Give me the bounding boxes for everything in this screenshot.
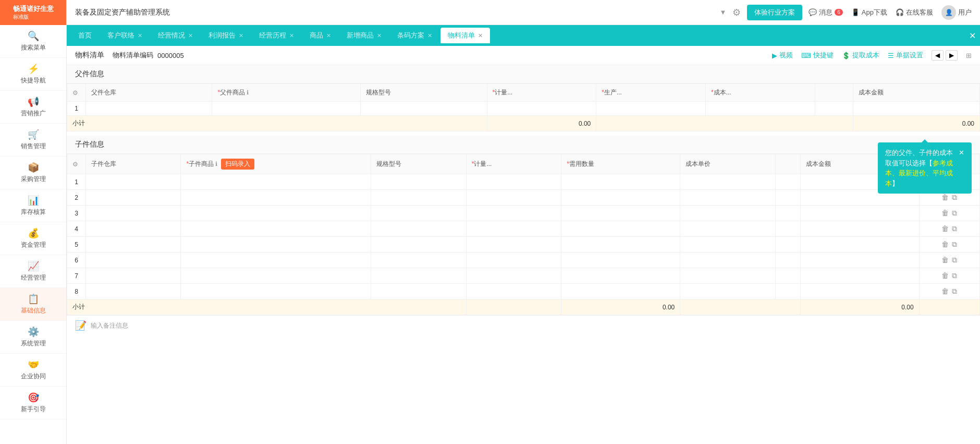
child-spec-6[interactable] [371, 253, 466, 268]
nav-tab-close-7[interactable]: ✕ [427, 32, 432, 39]
parent-warehouse-1[interactable] [86, 102, 212, 116]
child-price-4[interactable] [680, 221, 775, 237]
child-product-5[interactable] [181, 237, 371, 253]
user-avatar-btn[interactable]: 👤 用户 [941, 5, 972, 20]
delete-icon-5[interactable]: 🗑 [941, 240, 949, 249]
child-product-8[interactable] [181, 284, 371, 299]
child-price-7[interactable] [680, 268, 775, 284]
child-qty-2[interactable] [561, 190, 680, 206]
copy-icon-3[interactable]: ⧉ [952, 209, 957, 218]
child-product-2[interactable] [181, 190, 371, 206]
view-btn[interactable]: ▶ 视频 [772, 51, 793, 60]
nav-tab-4[interactable]: 经营历程✕ [252, 28, 301, 43]
parent-col-settings[interactable]: ⚙ [67, 84, 86, 102]
message-btn[interactable]: 💬 消息 6 [808, 8, 843, 17]
copy-icon-7[interactable]: ⧉ [952, 271, 957, 280]
sidebar-item-11[interactable]: 🎯新手引导 [0, 387, 66, 419]
parent-production-1[interactable] [596, 102, 706, 116]
child-qty-4[interactable] [561, 221, 680, 237]
nav-tab-close-5[interactable]: ✕ [326, 32, 331, 39]
child-spec-2[interactable] [371, 190, 466, 206]
copy-icon-2[interactable]: ⧉ [952, 193, 957, 202]
child-warehouse-1[interactable] [86, 174, 181, 190]
sidebar-item-0[interactable]: 🔍搜索菜单 [0, 25, 66, 58]
nav-tab-5[interactable]: 商品✕ [302, 28, 338, 43]
child-product-1[interactable] [181, 174, 371, 190]
app-download-btn[interactable]: 📱 App下载 [851, 8, 887, 17]
parent-cost-1[interactable] [705, 102, 815, 116]
child-qty-5[interactable] [561, 237, 680, 253]
copy-icon-8[interactable]: ⧉ [952, 287, 957, 296]
nav-tab-0[interactable]: 首页 [71, 28, 99, 43]
child-unit-5[interactable] [466, 237, 561, 253]
sidebar-item-10[interactable]: 🤝企业协同 [0, 354, 66, 387]
delete-icon-7[interactable]: 🗑 [941, 271, 949, 280]
child-col-settings[interactable]: ⚙ [67, 154, 86, 174]
child-warehouse-3[interactable] [86, 206, 181, 221]
parent-unit-1[interactable] [487, 102, 596, 116]
nav-tab-close-1[interactable]: ✕ [138, 32, 142, 39]
child-warehouse-2[interactable] [86, 190, 181, 206]
nav-tab-1[interactable]: 客户联络✕ [100, 28, 150, 43]
child-warehouse-4[interactable] [86, 221, 181, 237]
child-product-6[interactable] [181, 253, 371, 268]
child-qty-8[interactable] [561, 284, 680, 299]
close-all-icon[interactable]: ✕ [969, 31, 976, 41]
nav-tab-8[interactable]: 物料清单✕ [440, 28, 490, 43]
delete-icon-6[interactable]: 🗑 [941, 256, 949, 265]
child-unit-1[interactable] [466, 174, 561, 190]
sidebar-item-7[interactable]: 📈经营管理 [0, 255, 66, 288]
nav-tab-3[interactable]: 利润报告✕ [201, 28, 251, 43]
shortcut-btn[interactable]: ⌨ 快捷键 [801, 51, 834, 60]
parent-spec-1[interactable] [361, 102, 487, 116]
sidebar-item-8[interactable]: 📋基础信息 [0, 288, 66, 321]
child-price-1[interactable] [680, 174, 775, 190]
child-spec-7[interactable] [371, 268, 466, 284]
copy-icon-4[interactable]: ⧉ [952, 224, 957, 233]
sidebar-item-4[interactable]: 📦采购管理 [0, 157, 66, 189]
scan-btn[interactable]: 扫码录入 [221, 159, 254, 170]
add-row-icon[interactable]: 📝 [75, 320, 87, 331]
child-product-7[interactable] [181, 268, 371, 284]
next-btn[interactable]: ▶ [946, 50, 958, 61]
nav-tab-2[interactable]: 经营情况✕ [151, 28, 200, 43]
child-unit-6[interactable] [466, 253, 561, 268]
child-unit-7[interactable] [466, 268, 561, 284]
extract-cost-btn[interactable]: 💲 提取成本 [842, 51, 879, 60]
child-price-3[interactable] [680, 206, 775, 221]
prev-btn[interactable]: ◀ [932, 50, 944, 61]
child-spec-8[interactable] [371, 284, 466, 299]
copy-icon-5[interactable]: ⧉ [952, 240, 957, 249]
sidebar-item-5[interactable]: 📊库存核算 [0, 189, 66, 222]
grid-view-icon[interactable]: ⊞ [966, 52, 972, 59]
child-warehouse-8[interactable] [86, 284, 181, 299]
tooltip-close-btn[interactable]: ✕ [959, 148, 964, 158]
nav-tab-close-3[interactable]: ✕ [239, 32, 243, 39]
child-unit-3[interactable] [466, 206, 561, 221]
child-unit-8[interactable] [466, 284, 561, 299]
nav-tab-7[interactable]: 条码方案✕ [390, 28, 439, 43]
sidebar-item-6[interactable]: 💰资金管理 [0, 222, 66, 255]
child-spec-1[interactable] [371, 174, 466, 190]
delete-icon-8[interactable]: 🗑 [941, 287, 949, 296]
nav-tab-close-2[interactable]: ✕ [188, 32, 193, 39]
child-price-6[interactable] [680, 253, 775, 268]
child-qty-1[interactable] [561, 174, 680, 190]
single-settings-btn[interactable]: ☰ 单据设置 [888, 51, 923, 60]
child-price-5[interactable] [680, 237, 775, 253]
dropdown-icon[interactable]: ▼ [719, 8, 726, 16]
sidebar-item-9[interactable]: ⚙️系统管理 [0, 321, 66, 354]
child-qty-6[interactable] [561, 253, 680, 268]
copy-icon-6[interactable]: ⧉ [952, 256, 957, 265]
child-unit-4[interactable] [466, 221, 561, 237]
child-unit-2[interactable] [466, 190, 561, 206]
sidebar-item-1[interactable]: ⚡快捷导航 [0, 58, 66, 91]
child-price-8[interactable] [680, 284, 775, 299]
child-product-4[interactable] [181, 221, 371, 237]
parent-product-1[interactable] [212, 102, 361, 116]
sidebar-item-3[interactable]: 🛒销售管理 [0, 124, 66, 157]
settings-icon[interactable]: ⚙ [732, 7, 741, 18]
child-qty-7[interactable] [561, 268, 680, 284]
online-service-btn[interactable]: 🎧 在线客服 [896, 8, 933, 17]
delete-icon-3[interactable]: 🗑 [941, 209, 949, 218]
